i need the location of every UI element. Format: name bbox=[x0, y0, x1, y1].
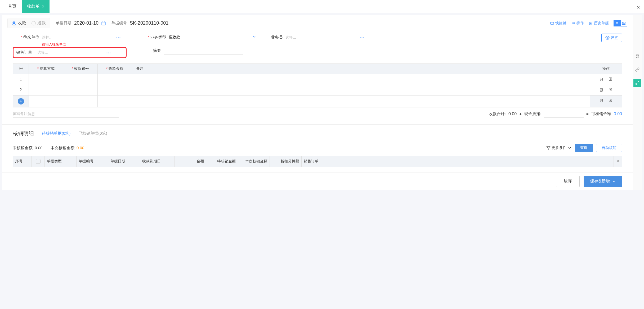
payment-grid: 结算方式 收款账号 收款金额 备注 操作 1 2 bbox=[13, 63, 622, 107]
svg-rect-17 bbox=[623, 22, 624, 23]
salesperson-input[interactable] bbox=[285, 34, 365, 41]
number-value: SK-20200110-001 bbox=[130, 20, 168, 26]
settings-button[interactable]: 设置 bbox=[601, 34, 622, 42]
side-toolbar bbox=[633, 15, 642, 190]
cell-remark[interactable] bbox=[132, 74, 590, 85]
delete-row-icon[interactable] bbox=[599, 98, 603, 103]
col-checkbox[interactable] bbox=[32, 156, 45, 167]
delete-row-icon[interactable] bbox=[599, 88, 603, 93]
svg-point-22 bbox=[20, 68, 21, 69]
tab-home[interactable]: 首页 bbox=[3, 0, 22, 13]
delete-row-icon[interactable] bbox=[599, 77, 603, 82]
add-row-icon[interactable] bbox=[608, 88, 612, 93]
cell-amount[interactable] bbox=[98, 74, 132, 85]
tab-pending-writeoff[interactable]: 待核销单据(0笔) bbox=[42, 131, 70, 136]
radio-refund-label: 退款 bbox=[37, 20, 46, 26]
save-button[interactable]: 保存&新增 bbox=[584, 176, 622, 187]
radio-receipt-label: 收款 bbox=[18, 20, 26, 26]
tab-close-icon[interactable]: × bbox=[42, 4, 44, 9]
svg-marker-32 bbox=[547, 146, 550, 149]
cash-discount-input[interactable] bbox=[544, 110, 584, 118]
header-bar: 收款 退款 单据日期 2020-01-10 单据编号 SK-20200110-0… bbox=[2, 15, 633, 31]
partner-input[interactable] bbox=[42, 34, 121, 41]
expand-tool-icon[interactable] bbox=[633, 79, 641, 87]
writeoff-title: 核销明细 bbox=[13, 130, 34, 137]
sales-order-highlight: 销售订单 ⋯ bbox=[13, 47, 127, 58]
col-type: 单据类型 bbox=[45, 156, 77, 167]
biztype-label: 业务类型 bbox=[140, 35, 166, 40]
biztype-input[interactable] bbox=[169, 34, 248, 41]
writeoff-grid: 序号 单据类型 单据编号 单据日期 收款到期日 金额 待核销金额 本次核销金额 … bbox=[13, 156, 622, 167]
chevron-down-icon[interactable] bbox=[252, 35, 256, 40]
cancel-button[interactable]: 放弃 bbox=[556, 176, 580, 187]
partner-more-icon[interactable]: ⋯ bbox=[116, 37, 121, 39]
col-method: 结算方式 bbox=[29, 64, 63, 74]
cash-discount-label: 现金折扣: bbox=[524, 111, 541, 116]
col-due: 收款到期日 bbox=[140, 156, 175, 167]
col-amount2: 金额 bbox=[175, 156, 206, 167]
print-tool-icon[interactable] bbox=[633, 52, 641, 60]
salesperson-more-icon[interactable]: ⋯ bbox=[360, 37, 365, 39]
checkbox-icon[interactable] bbox=[36, 159, 41, 164]
shortcut-button[interactable]: 快捷键 bbox=[550, 21, 566, 26]
sales-order-input[interactable] bbox=[37, 49, 111, 56]
cell-method[interactable] bbox=[29, 74, 63, 85]
svg-marker-34 bbox=[617, 161, 619, 162]
add-row-icon[interactable] bbox=[608, 77, 612, 82]
date-value[interactable]: 2020-01-10 bbox=[74, 20, 99, 26]
list-view-icon bbox=[615, 21, 619, 25]
col-account: 收款账号 bbox=[63, 64, 98, 74]
plus-sign: + bbox=[519, 112, 522, 116]
partner-label: 往来单位 bbox=[13, 35, 39, 40]
operation-button[interactable]: 操作 bbox=[571, 21, 584, 26]
tab-done-writeoff[interactable]: 已核销单据(0笔) bbox=[78, 131, 107, 136]
radio-receipt[interactable]: 收款 bbox=[12, 20, 26, 26]
radio-refund[interactable]: 退款 bbox=[32, 20, 46, 26]
tab-bar: 首页 收款单 × × bbox=[0, 0, 644, 13]
filter-icon bbox=[546, 146, 551, 150]
this-writeoff-info: 本次核销金额: 0.00 bbox=[51, 146, 84, 151]
col-num: 单据编号 bbox=[77, 156, 108, 167]
receipt-total-label: 收款合计: bbox=[489, 111, 506, 116]
cell-amount[interactable] bbox=[98, 85, 132, 95]
query-button[interactable]: 查询 bbox=[575, 144, 593, 152]
add-row-button[interactable]: + bbox=[18, 98, 24, 104]
keyboard-icon bbox=[550, 21, 554, 25]
more-filter-button[interactable]: 更多条件 bbox=[546, 146, 572, 150]
cell-remark[interactable] bbox=[132, 85, 590, 95]
add-row-icon[interactable] bbox=[608, 98, 612, 103]
cell-method[interactable] bbox=[29, 85, 63, 95]
notes-input[interactable] bbox=[13, 110, 119, 118]
summary-input[interactable] bbox=[164, 47, 243, 54]
equals-sign: = bbox=[586, 112, 589, 116]
link-tool-icon[interactable] bbox=[633, 66, 641, 74]
receipt-total-value: 0.00 bbox=[508, 112, 517, 116]
auto-writeoff-button[interactable]: 自动核销 bbox=[596, 144, 622, 152]
svg-point-10 bbox=[574, 23, 575, 24]
col-amount: 收款金额 bbox=[98, 64, 132, 74]
chevron-down-icon bbox=[612, 180, 616, 183]
grid-icon bbox=[571, 21, 575, 25]
close-icon[interactable]: × bbox=[637, 4, 640, 11]
svg-point-7 bbox=[574, 22, 575, 22]
card-view-icon bbox=[622, 21, 626, 25]
calendar-icon[interactable] bbox=[101, 21, 106, 26]
svg-rect-18 bbox=[624, 22, 625, 23]
sales-order-more-icon[interactable]: ⋯ bbox=[106, 52, 111, 54]
tab-receipt-label: 收款单 bbox=[27, 4, 40, 9]
grid-row: 2 bbox=[13, 85, 622, 96]
tab-receipt[interactable]: 收款单 × bbox=[22, 0, 50, 13]
view-list-button[interactable] bbox=[614, 20, 620, 26]
svg-rect-19 bbox=[623, 24, 624, 24]
cell-account[interactable] bbox=[63, 85, 98, 95]
receipt-type-radio-group: 收款 退款 bbox=[7, 18, 50, 28]
history-button[interactable]: 历史单据 bbox=[589, 21, 609, 26]
cell-account[interactable] bbox=[63, 74, 98, 85]
summary-label: 摘要 bbox=[140, 48, 161, 53]
grid-settings-icon[interactable] bbox=[13, 64, 29, 74]
svg-marker-33 bbox=[617, 160, 619, 161]
view-card-button[interactable] bbox=[620, 20, 627, 26]
grid-row: 1 bbox=[13, 74, 622, 85]
sort-icon[interactable] bbox=[614, 156, 622, 167]
svg-point-21 bbox=[607, 37, 608, 38]
